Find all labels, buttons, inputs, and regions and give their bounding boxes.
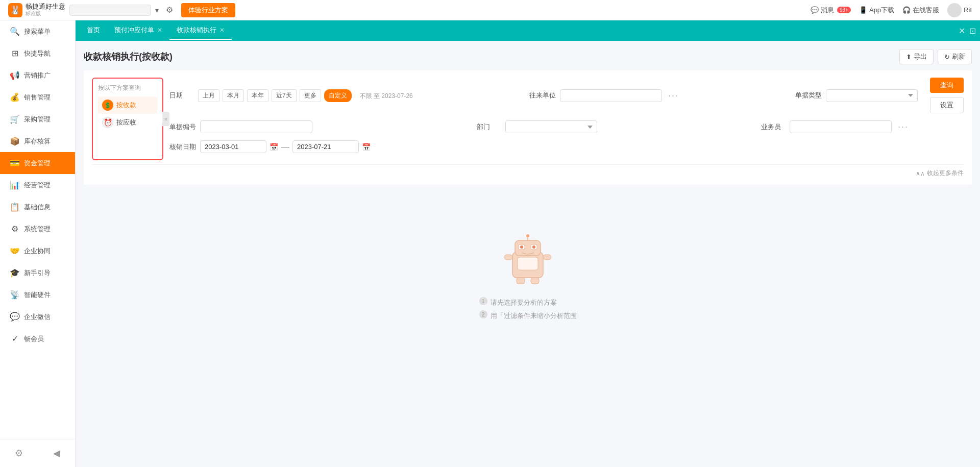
sidebar-item-search[interactable]: 🔍 搜索菜单 (0, 20, 75, 42)
close-window-icon[interactable]: ✕ (959, 26, 965, 36)
page-inner: 收款核销执行(按收款) ⬆ 导出 ↻ 刷新 (76, 41, 980, 372)
counterparty-label: 往来单位 (529, 91, 556, 100)
svg-point-4 (520, 245, 523, 249)
sidebar-label-purchase: 采购管理 (24, 115, 51, 124)
verify-date-start[interactable] (200, 140, 266, 153)
solution-button[interactable]: 体验行业方案 (181, 3, 235, 17)
sidebar-item-marketing[interactable]: 📢 营销推广 (0, 64, 75, 86)
sidebar: 🔍 搜索菜单 ⊞ 快捷导航 📢 营销推广 💰 销售管理 🛒 采购管理 📦 库存核… (0, 20, 76, 467)
sidebar-item-sales[interactable]: 💰 销售管理 (0, 86, 75, 108)
dept-select[interactable] (505, 120, 597, 133)
sidebar-item-operation[interactable]: 📊 经营管理 (0, 174, 75, 196)
sidebar-label-system: 系统管理 (24, 225, 51, 234)
settings-gear-icon[interactable]: ⚙ (166, 5, 173, 15)
verify-date-range: 📅 — 📅 (200, 140, 371, 153)
sidebar-item-purchase[interactable]: 🛒 采购管理 (0, 108, 75, 130)
filter-option-by-receivable[interactable]: ⏰ 按应收 (98, 114, 157, 131)
sidebar-item-finance[interactable]: 💳 资金管理 (0, 152, 75, 174)
this-month-btn[interactable]: 本月 (223, 89, 244, 102)
sidebar-label-basic: 基础信息 (24, 203, 51, 212)
verify-date-end-cal-icon[interactable]: 📅 (362, 143, 371, 151)
refresh-button[interactable]: ↻ 刷新 (938, 49, 972, 64)
collapse-left-btn[interactable]: « (162, 112, 169, 126)
robot-svg (497, 234, 558, 285)
tab-prepay-close[interactable]: ✕ (157, 27, 162, 34)
last-7days-btn[interactable]: 近7天 (272, 89, 297, 102)
app-download-item[interactable]: 📱 App下载 (859, 6, 894, 15)
settings-bottom-icon[interactable]: ⚙ (12, 445, 26, 462)
filter-docnum-field: 单据编号 (169, 120, 312, 133)
messages-item[interactable]: 💬 消息 99+ (811, 6, 851, 15)
filter-salesperson-field: 业务员 ··· (761, 120, 909, 133)
collapse-more-label: 收起更多条件 (927, 169, 964, 178)
dropdown-arrow-icon[interactable]: ▾ (155, 6, 159, 14)
this-year-btn[interactable]: 本年 (247, 89, 268, 102)
headset-icon: 🎧 (902, 6, 911, 14)
tip-num-2: 2 (479, 310, 487, 318)
tab-receipt-close[interactable]: ✕ (219, 27, 225, 34)
maximize-icon[interactable]: ⊡ (969, 26, 976, 36)
collapse-more-btn[interactable]: ∧∧ 收起更多条件 (916, 169, 964, 178)
filter-panel-wrapper: 按以下方案查询 💲 按收款 ⏰ 按应收 « (92, 78, 964, 160)
collapse-more-row: ∧∧ 收起更多条件 (92, 164, 964, 178)
sidebar-label-search: 搜索菜单 (24, 27, 51, 36)
sidebar-item-inventory[interactable]: 📦 库存核算 (0, 130, 75, 152)
verify-date-end[interactable] (292, 140, 359, 153)
tab-home[interactable]: 首页 (80, 21, 107, 40)
logo-edition: 标准版 (26, 10, 65, 17)
refresh-icon: ↻ (944, 53, 950, 61)
filter-counterparty-field: 往来单位 ··· (529, 89, 679, 102)
more-date-btn[interactable]: 更多 (300, 89, 321, 102)
filter-scheme-panel: 按以下方案查询 💲 按收款 ⏰ 按应收 « (92, 78, 163, 160)
doctype-select[interactable] (826, 89, 918, 102)
sidebar-item-hardware[interactable]: 📡 智能硬件 (0, 284, 75, 306)
filter-row-3: 核销日期 📅 — 📅 (169, 140, 964, 153)
dept-label: 部门 (477, 122, 501, 132)
salesperson-more-icon[interactable]: ··· (898, 121, 909, 132)
finance-icon: 💳 (10, 158, 20, 168)
tab-receipt[interactable]: 收款核销执行 ✕ (169, 21, 232, 40)
action-buttons: 查询 设置 (930, 78, 964, 113)
online-service-label: 在线客服 (913, 6, 939, 15)
sidebar-item-member[interactable]: ✓ 畅会员 (0, 328, 75, 350)
date-label: 日期 (169, 91, 194, 100)
setting-button[interactable]: 设置 (930, 97, 964, 113)
user-item[interactable]: Rit (947, 3, 972, 17)
filter-option-by-receipt[interactable]: 💲 按收款 (98, 96, 157, 114)
hardware-icon: 📡 (10, 290, 20, 300)
tab-prepay[interactable]: 预付冲应付单 ✕ (107, 21, 169, 40)
last-month-btn[interactable]: 上月 (198, 89, 219, 102)
filter-date-field: 日期 上月 本月 本年 近7天 更多 自定义 (169, 89, 352, 102)
salesperson-input[interactable] (790, 120, 892, 133)
sidebar-item-basic[interactable]: 📋 基础信息 (0, 196, 75, 218)
search-icon: 🔍 (10, 27, 20, 36)
query-button[interactable]: 查询 (930, 78, 964, 93)
tip-text-1: 请先选择要分析的方案 (491, 296, 557, 309)
page-header: 收款核销执行(按收款) ⬆ 导出 ↻ 刷新 (84, 49, 972, 64)
content-area: 首页 预付冲应付单 ✕ 收款核销执行 ✕ ✕ ⊡ 收款核销执行(按收款) (76, 20, 980, 467)
online-service-item[interactable]: 🎧 在线客服 (902, 6, 939, 15)
sidebar-item-system[interactable]: ⚙ 系统管理 (0, 218, 75, 240)
sidebar-item-guide[interactable]: 🎓 新手引导 (0, 262, 75, 284)
svg-rect-10 (531, 278, 539, 284)
verify-date-start-cal-icon[interactable]: 📅 (270, 143, 278, 151)
collapse-sidebar-icon[interactable]: ◀ (50, 445, 63, 462)
avatar (947, 3, 962, 17)
messages-label: 消息 (821, 6, 834, 15)
custom-date-btn[interactable]: 自定义 (324, 89, 352, 102)
search-input[interactable] (69, 5, 151, 16)
svg-point-5 (532, 245, 535, 249)
sidebar-item-cooperation[interactable]: 🤝 企业协同 (0, 240, 75, 262)
sidebar-label-quick-nav: 快捷导航 (24, 49, 51, 58)
sidebar-item-quick-nav[interactable]: ⊞ 快捷导航 (0, 42, 75, 64)
receipt-option-icon: 💲 (102, 100, 113, 111)
counterparty-more-icon[interactable]: ··· (668, 90, 679, 101)
sidebar-label-inventory: 库存核算 (24, 137, 51, 146)
topbar-left: 🐰 畅捷通好生意 标准版 ▾ ⚙ 体验行业方案 (8, 3, 235, 18)
docnum-input[interactable] (200, 120, 312, 133)
empty-tips-list: 1 请先选择要分析的方案 2 用「过滤条件来缩小分析范围 (479, 296, 577, 323)
export-button[interactable]: ⬆ 导出 (899, 49, 934, 64)
sidebar-item-wechat[interactable]: 💬 企业微信 (0, 306, 75, 328)
doctype-label: 单据类型 (795, 91, 822, 100)
counterparty-input[interactable] (560, 89, 662, 102)
